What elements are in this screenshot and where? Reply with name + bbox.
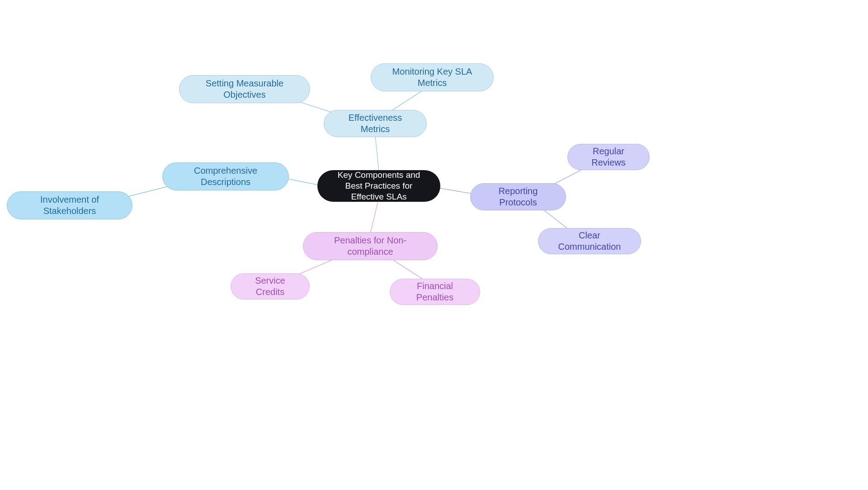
node-service-credits[interactable]: Service Credits [231,273,310,300]
node-penalties-non-compliance[interactable]: Penalties for Non-compliance [303,232,438,260]
node-label: Reporting Protocols [484,186,552,208]
node-regular-reviews[interactable]: Regular Reviews [567,144,650,170]
node-label: Effectiveness Metrics [338,112,413,135]
svg-line-8 [371,201,378,232]
node-label: Monitoring Key SLA Metrics [385,66,480,89]
node-financial-penalties[interactable]: Financial Penalties [390,279,480,305]
svg-line-2 [375,136,379,171]
node-label: Financial Penalties [404,281,466,303]
node-effectiveness-metrics[interactable]: Effectiveness Metrics [324,110,427,137]
svg-line-10 [393,260,425,281]
mindmap-canvas: Key Components and Best Practices for Ef… [0,0,868,490]
node-label: Comprehensive Descriptions [176,165,275,188]
node-label: Involvement of Stakeholders [21,194,118,217]
node-clear-communication[interactable]: Clear Communication [538,228,641,254]
node-label: Regular Reviews [581,146,636,168]
node-label: Penalties for Non-compliance [317,235,424,257]
center-node-label: Key Components and Best Practices for Ef… [331,170,426,202]
node-label: Clear Communication [552,230,627,252]
node-comprehensive-descriptions[interactable]: Comprehensive Descriptions [162,162,289,190]
node-monitoring-key-sla-metrics[interactable]: Monitoring Key SLA Metrics [371,63,494,91]
center-node[interactable]: Key Components and Best Practices for Ef… [317,170,440,202]
node-involvement-stakeholders[interactable]: Involvement of Stakeholders [7,191,132,219]
node-label: Service Credits [245,275,296,298]
svg-line-4 [391,90,423,111]
node-reporting-protocols[interactable]: Reporting Protocols [470,183,566,210]
node-label: Setting Measurable Objectives [193,78,296,100]
node-setting-measurable-objectives[interactable]: Setting Measurable Objectives [179,75,310,103]
